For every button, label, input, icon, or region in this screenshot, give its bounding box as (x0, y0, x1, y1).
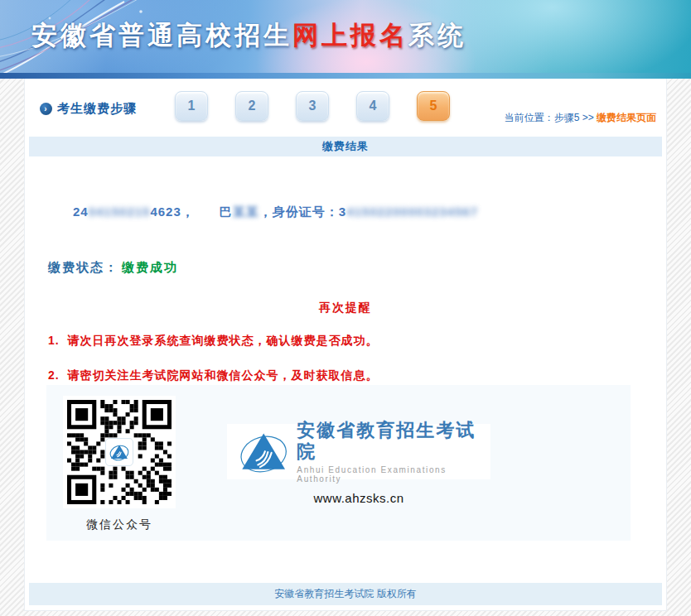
steps-label-text: 考生缴费步骤 (57, 101, 137, 117)
payment-status-value: 缴费成功 (122, 260, 178, 274)
exam-no-suffix: 4623， (150, 205, 194, 219)
authority-triangle-icon (239, 429, 288, 475)
reminder-item-1: 1. 请次日再次登录系统查询缴费状态，确认缴费是否成功。 (48, 334, 378, 349)
reminder-item-2: 2. 请密切关注生考试院网站和微信公众号，及时获取信息。 (48, 368, 378, 383)
payment-status-line: 缴费状态：缴费成功 (48, 260, 178, 276)
candidate-name-redacted: 某某 (233, 205, 259, 219)
id-redacted: 41502200003234567 (346, 205, 478, 219)
footer-copyright: 安徽省教育招生考试院 版权所有 (29, 583, 662, 605)
id-prefix: 3 (339, 205, 346, 219)
steps-label: › 考生缴费步骤 (40, 101, 137, 117)
qr-center-logo-icon (105, 438, 133, 466)
banner-bottom-strip (0, 73, 691, 79)
reminder-title: 再次提醒 (25, 301, 666, 315)
qr-section: 微信公众号 安徽省教育招生考试院 Anhui Education Examina… (46, 385, 631, 541)
breadcrumb-prefix: 当前位置：步骤5 >> (505, 112, 594, 123)
qr-label: 微信公众号 (86, 517, 152, 532)
authority-logo: 安徽省教育招生考试院 Anhui Education Examinations … (227, 424, 490, 479)
app-title: 安徽省普通高校招生网上报名系统 (31, 18, 466, 53)
banner: 安徽省普通高校招生网上报名系统 (0, 0, 691, 73)
step-5-active[interactable]: 5 (417, 91, 450, 121)
section-title-bar: 缴费结果 (29, 137, 662, 156)
app-title-part2: 系统 (408, 21, 466, 50)
authority-website: www.ahzsks.cn (227, 491, 490, 505)
breadcrumb: 当前位置：步骤5 >> 缴费结果页面 (505, 111, 656, 125)
authority-name-block: 安徽省教育招生考试院 Anhui Education Examinations … (297, 420, 490, 484)
app-title-highlight: 网上报名 (292, 21, 408, 50)
payment-status-label: 缴费状态： (48, 260, 118, 274)
breadcrumb-current: 缴费结果页面 (597, 112, 656, 123)
exam-no-prefix: 24 (73, 205, 89, 219)
steps-row: › 考生缴费步骤 1 2 3 4 5 当前位置：步骤5 >> 缴费结果页面 (25, 83, 666, 132)
step-2[interactable]: 2 (235, 91, 268, 121)
step-3[interactable]: 3 (296, 91, 329, 121)
wechat-qr-code (63, 396, 176, 508)
app-title-part1: 安徽省普通高校招生 (31, 21, 292, 50)
step-4[interactable]: 4 (356, 91, 389, 121)
main-content: › 考生缴费步骤 1 2 3 4 5 当前位置：步骤5 >> 缴费结果页面 缴费… (24, 79, 667, 611)
candidate-info-line: 24041502154623，巴某某，身份证号：3415022000032345… (73, 205, 478, 220)
id-label: ，身份证号： (259, 205, 339, 219)
authority-name-cn: 安徽省教育招生考试院 (297, 420, 490, 463)
authority-name-en: Anhui Education Examinations Authority (297, 465, 490, 484)
step-1[interactable]: 1 (175, 91, 208, 121)
exam-no-redacted: 04150215 (89, 205, 151, 219)
chevron-right-icon: › (40, 103, 52, 115)
candidate-name: 巴 (220, 205, 233, 219)
